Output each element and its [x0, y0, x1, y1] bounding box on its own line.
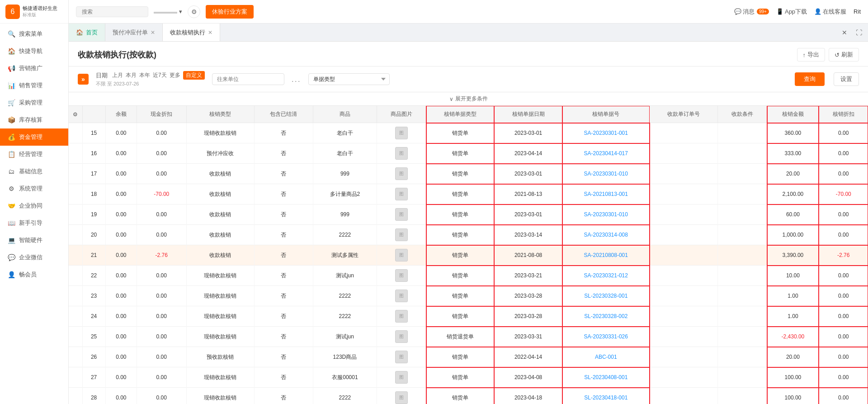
tab-verify[interactable]: 收款核销执行 ✕ [163, 24, 220, 41]
sidebar-item-operation[interactable]: 📋经营管理 [0, 146, 68, 163]
verify-bill-link[interactable]: SA-20230414-017 [584, 150, 628, 157]
td-verify-bill-no[interactable]: SL-20230328-002 [562, 306, 650, 327]
purchase-icon: 🛒 [7, 99, 15, 107]
td-verify-bill-no[interactable]: SA-20230314-008 [562, 225, 650, 245]
td-verify-amount: 100.00 [767, 367, 819, 388]
td-balance: 0.00 [105, 347, 137, 367]
th-balance: 余额 [105, 106, 137, 123]
sidebar-item-sales[interactable]: 📊销售管理 [0, 77, 68, 94]
verify-bill-link[interactable]: SA-20230301-010 [584, 211, 628, 218]
tab-prepay-close[interactable]: ✕ [151, 29, 155, 36]
td-verify-bill-no[interactable]: SL-20230408-001 [562, 367, 650, 388]
verify-bill-link[interactable]: SA-20230301-001 [584, 130, 628, 136]
verify-bill-link[interactable]: SA-20230331-026 [584, 333, 628, 340]
td-receipt-order-no [650, 347, 717, 367]
sidebar-item-finance[interactable]: 💰资金管理 [0, 128, 68, 146]
td-verify-type: 收款核销 [186, 245, 254, 266]
td-verify-bill-no[interactable]: SA-20230301-010 [562, 204, 650, 225]
td-verify-bill-type: 销货退货单 [426, 327, 494, 347]
search-input[interactable] [76, 6, 148, 17]
td-verify-bill-no[interactable]: SA-20230301-001 [562, 123, 650, 143]
sidebar-item-label-hardware: 智能硬件 [19, 236, 42, 244]
td-verify-bill-no[interactable]: SA-20230321-012 [562, 266, 650, 286]
topbar-dropdown[interactable]: ▬▬▬▬ ▾ [154, 8, 182, 15]
sidebar-item-quick-nav[interactable]: 🏠快捷导航 [0, 43, 68, 60]
verify-bill-link[interactable]: SA-20210808-001 [584, 252, 628, 258]
online-service-btn[interactable]: 👤 在线客服 [814, 8, 846, 16]
td-balance: 0.00 [105, 225, 137, 245]
sidebar-item-guide[interactable]: 📖新手引导 [0, 214, 68, 232]
filter-this-year[interactable]: 本年 [139, 71, 150, 79]
page-header: 收款核销执行(按收款) ↑ 导出 ↺ 刷新 [69, 42, 868, 67]
filter-last-month[interactable]: 上月 [112, 71, 123, 79]
td-verify-bill-no[interactable]: SA-20230331-026 [562, 327, 650, 347]
filter-7days[interactable]: 近7天 [153, 71, 167, 79]
td-included: 否 [254, 184, 313, 204]
setting-button[interactable]: 设置 [834, 72, 859, 86]
verify-bill-link[interactable]: SA-20230321-012 [584, 272, 628, 279]
filter-expand-btn[interactable]: » [78, 74, 89, 85]
sidebar-item-inventory[interactable]: 📦库存核算 [0, 111, 68, 128]
td-included: 否 [254, 123, 313, 143]
td-product-image: 图 [377, 347, 427, 367]
filter-receipt-type-select[interactable]: 单据类型 [308, 73, 390, 85]
sidebar-item-label-member: 畅会员 [19, 271, 37, 279]
td-receipt-order-no [650, 388, 717, 404]
td-verify-bill-no[interactable]: ABC-001 [562, 347, 650, 367]
td-cash-discount: 0.00 [137, 204, 186, 225]
sidebar-item-marketing[interactable]: 📢营销推广 [0, 60, 68, 77]
td-verify-bill-no[interactable]: SA-20230414-017 [562, 143, 650, 164]
th-index [82, 106, 105, 123]
td-product-image: 图 [377, 286, 427, 306]
sidebar-item-member[interactable]: 👤畅会员 [0, 266, 68, 283]
verify-bill-link[interactable]: SL-20230418-001 [584, 394, 627, 401]
verify-bill-link[interactable]: SL-20230408-001 [584, 374, 627, 380]
verify-bill-link[interactable]: SL-20230328-001 [584, 293, 627, 299]
td-settings [69, 143, 82, 164]
content-area: 收款核销执行(按收款) ↑ 导出 ↺ 刷新 » 日期 上月 本月 [69, 42, 868, 404]
td-verify-bill-no[interactable]: SA-20210813-001 [562, 184, 650, 204]
industry-plan-button[interactable]: 休验行业方案 [206, 5, 254, 19]
expand-more-btn[interactable]: ∨ 展开更多条件 [449, 95, 488, 103]
sidebar-item-system[interactable]: ⚙系统管理 [0, 180, 68, 197]
td-verify-bill-no[interactable]: SA-20210808-001 [562, 245, 650, 266]
verify-bill-link[interactable]: ABC-001 [595, 354, 617, 360]
refresh-button[interactable]: ↺ 刷新 [829, 48, 859, 62]
gear-button[interactable]: ⚙ [188, 5, 200, 18]
verify-bill-link[interactable]: SA-20210813-001 [584, 191, 628, 197]
sidebar-item-search[interactable]: 🔍搜索菜单 [0, 25, 68, 43]
tab-close-window-btn[interactable]: ✕ [839, 27, 850, 38]
user-name[interactable]: Rit [854, 8, 861, 15]
sidebar-item-wechat[interactable]: 💬企业微信 [0, 249, 68, 266]
td-verify-bill-no[interactable]: SA-20230301-010 [562, 164, 650, 184]
sidebar-item-hardware[interactable]: 💻智能硬件 [0, 232, 68, 249]
tab-home[interactable]: 🏠 首页 [69, 24, 105, 41]
td-verify-date: 2021-08-08 [494, 245, 562, 266]
sidebar-item-purchase[interactable]: 🛒采购管理 [0, 94, 68, 111]
export-button[interactable]: ↑ 导出 [797, 48, 826, 62]
refresh-label: 刷新 [841, 51, 853, 59]
td-verify-amount: 1,000.00 [767, 225, 819, 245]
sidebar-item-label-search: 搜索菜单 [19, 30, 42, 38]
verify-bill-link[interactable]: SL-20230328-002 [584, 313, 627, 319]
filter-custom[interactable]: 自定义 [183, 71, 205, 80]
query-button[interactable]: 查询 [795, 72, 825, 86]
td-verify-date: 2023-03-01 [494, 164, 562, 184]
filter-more[interactable]: 更多 [170, 71, 180, 79]
td-verify-bill-no[interactable]: SL-20230418-001 [562, 388, 650, 404]
td-receipt-order-no [650, 184, 717, 204]
message-btn[interactable]: 💬 消息 99+ [734, 8, 769, 16]
verify-bill-link[interactable]: SA-20230314-008 [584, 232, 628, 238]
td-verify-bill-no[interactable]: SL-20230328-001 [562, 286, 650, 306]
tab-prepay[interactable]: 预付冲应付单 ✕ [105, 24, 163, 41]
app-download-btn[interactable]: 📱 App下载 [776, 8, 807, 16]
td-verify-discount: -70.00 [819, 184, 868, 204]
tab-verify-close[interactable]: ✕ [208, 29, 212, 36]
filter-partner-input[interactable] [212, 73, 284, 85]
verify-bill-link[interactable]: SA-20230301-010 [584, 171, 628, 177]
filter-this-month[interactable]: 本月 [126, 71, 137, 79]
tab-expand-btn[interactable]: ⛶ [854, 27, 864, 38]
th-settings[interactable]: ⚙ [69, 106, 82, 123]
sidebar-item-enterprise[interactable]: 🤝企业协同 [0, 197, 68, 214]
sidebar-item-basic[interactable]: 🗂基础信息 [0, 163, 68, 180]
